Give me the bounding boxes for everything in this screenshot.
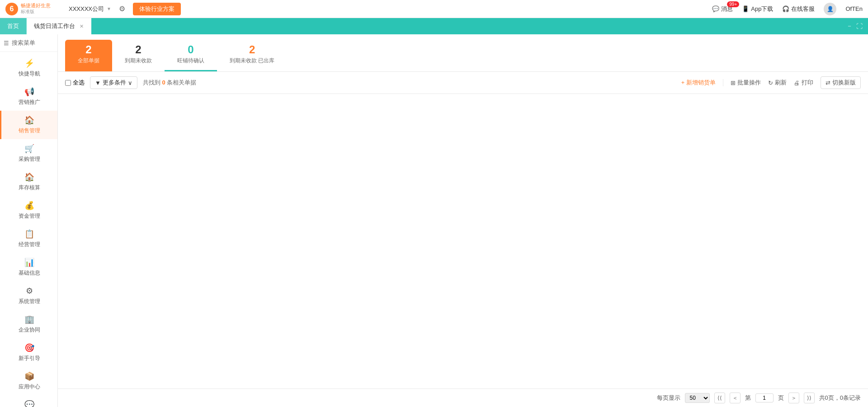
shipped-label: 到期未收款 已出库	[230, 57, 274, 65]
user-name[interactable]: OfTEn	[845, 5, 863, 12]
app-download-label: App下载	[751, 5, 773, 13]
stats-tabs: 2 全部单据 2 到期未收款 0 旺铺待确认 2 到期未收款 已出库	[58, 34, 868, 72]
inventory-icon: 🏠	[24, 172, 34, 182]
tab-workbench[interactable]: 钱货日清工作台 ✕	[27, 18, 91, 34]
top-header: 6 畅捷通好生意 标准版 XXXXXX公司 ▼ ⚙ 体验行业方案 💬 消息 99…	[0, 0, 868, 18]
tab-home[interactable]: 首页	[0, 18, 27, 34]
service-label: 在线客服	[791, 5, 815, 13]
found-count: 0	[162, 79, 165, 86]
sidebar-item-finance[interactable]: 💰 资金管理	[0, 196, 57, 225]
enterprise-icon: 🏢	[24, 314, 34, 324]
table-area	[58, 94, 868, 388]
tab-bar: 首页 钱货日清工作台 ✕ － ⛶	[0, 18, 868, 34]
system-label: 系统管理	[19, 298, 40, 305]
company-selector[interactable]: XXXXXX公司 ▼	[69, 5, 111, 13]
sidebar-item-inventory[interactable]: 🏠 库存核算	[0, 168, 57, 196]
filter-button[interactable]: ▼ 更多条件 ∨	[90, 76, 137, 89]
refresh-label: 刷新	[775, 79, 787, 87]
stat-tab-pending[interactable]: 0 旺铺待确认	[165, 40, 217, 71]
chevron-icon: ∨	[128, 80, 132, 86]
sidebar-item-sales[interactable]: 🏠 销售管理	[0, 111, 57, 139]
select-all-label: 全选	[73, 79, 85, 87]
sidebar-item-marketing[interactable]: 📢 营销推广	[0, 82, 57, 111]
logo-text-area: 畅捷通好生意 标准版	[21, 3, 51, 15]
app-download-button[interactable]: 📱 App下载	[742, 5, 773, 13]
add-sales-order-button[interactable]: + 新增销货单	[681, 79, 716, 87]
toolbar: 全选 ▼ 更多条件 ∨ 共找到 0 条相关单据 + 新增销货单 ⊞ 批	[58, 72, 868, 94]
print-button[interactable]: 🖨 打印	[794, 79, 813, 87]
pagination-bar: 每页显示 50 20 100 ⟨⟨ ＜ 第 页 ＞ ⟩⟩ 共0页，0条记录	[58, 388, 868, 407]
minimize-icon[interactable]: －	[846, 22, 853, 30]
close-tab-icon[interactable]: ✕	[80, 23, 84, 29]
select-all-checkbox[interactable]: 全选	[65, 79, 85, 87]
try-industry-button[interactable]: 体验行业方案	[133, 3, 181, 15]
switch-icon: ⇄	[826, 80, 830, 86]
appstore-icon: 📦	[24, 371, 34, 381]
switch-label: 切换新版	[832, 79, 856, 87]
last-page-button[interactable]: ⟩⟩	[804, 393, 815, 403]
batch-operations-button[interactable]: ⊞ 批量操作	[731, 79, 761, 87]
stat-tab-overdue[interactable]: 2 到期未收款	[112, 40, 165, 71]
settings-button[interactable]: ⚙	[116, 3, 128, 15]
filter-label: 更多条件	[103, 79, 126, 87]
operations-label: 经营管理	[19, 241, 40, 248]
sidebar-item-purchase[interactable]: 🛒 采购管理	[0, 139, 57, 168]
message-icon: 💬	[712, 5, 719, 12]
sidebar-item-wechat[interactable]: 💬 企业微信	[0, 395, 57, 407]
chevron-down-icon: ▼	[107, 6, 111, 11]
tab-bar-actions: － ⛶	[841, 18, 868, 34]
sidebar-item-system[interactable]: ⚙ 系统管理	[0, 281, 57, 310]
company-name: XXXXXX公司	[69, 5, 104, 13]
batch-icon: ⊞	[731, 80, 736, 86]
print-label: 打印	[802, 79, 813, 87]
sidebar-item-appstore[interactable]: 📦 应用中心	[0, 367, 57, 395]
stat-tab-shipped[interactable]: 2 到期未收款 已出库	[217, 40, 287, 71]
page-unit: 页	[778, 394, 784, 402]
online-service-button[interactable]: 🎧 在线客服	[782, 5, 815, 13]
sales-icon: 🏠	[24, 115, 34, 125]
system-icon: ⚙	[26, 286, 33, 296]
first-page-button[interactable]: ⟨⟨	[714, 393, 725, 403]
prev-page-button[interactable]: ＜	[730, 393, 741, 403]
page-input[interactable]	[755, 393, 774, 402]
select-all-input[interactable]	[65, 80, 71, 86]
pending-label: 旺铺待确认	[177, 57, 204, 65]
overdue-count: 2	[135, 43, 141, 56]
toolbar-right: + 新增销货单 ⊞ 批量操作 ↻ 刷新 🖨 打印 ⇄ 切换新版	[681, 76, 861, 89]
maximize-icon[interactable]: ⛶	[856, 23, 863, 30]
overdue-label: 到期未收款	[125, 57, 152, 65]
stat-tab-all[interactable]: 2 全部单据	[65, 40, 112, 71]
per-page-label: 每页显示	[657, 394, 680, 402]
marketing-icon: 📢	[24, 87, 34, 97]
marketing-label: 营销推广	[19, 98, 40, 106]
sidebar: ☰ 搜索菜单 ⚡ 快捷导航 📢 营销推广 🏠 销售管理 🛒 采购管理 🏠	[0, 34, 58, 407]
sidebar-item-quick-nav[interactable]: ⚡ 快捷导航	[0, 54, 57, 82]
enterprise-label: 企业协同	[19, 326, 40, 334]
batch-label: 批量操作	[737, 79, 761, 87]
logo-icon: 6	[5, 3, 18, 15]
sidebar-item-enterprise[interactable]: 🏢 企业协同	[0, 310, 57, 338]
header-right: 💬 消息 99+ 📱 App下载 🎧 在线客服 👤 OfTEn	[712, 3, 863, 15]
message-button[interactable]: 💬 消息 99+	[712, 5, 733, 13]
shipped-count: 2	[249, 43, 255, 56]
next-page-button[interactable]: ＞	[788, 393, 799, 403]
sidebar-nav-top: ⚡ 快捷导航 📢 营销推广 🏠 销售管理 🛒 采购管理 🏠 库存核算 💰	[0, 52, 57, 407]
search-menu-label: 搜索菜单	[12, 39, 35, 47]
search-menu[interactable]: ☰ 搜索菜单	[0, 34, 57, 52]
page-label: 第	[745, 394, 751, 402]
basic-label: 基础信息	[19, 269, 40, 277]
app-badge: 标准版	[21, 9, 51, 15]
finance-icon: 💰	[24, 201, 34, 211]
print-icon: 🖨	[794, 80, 800, 86]
found-suffix: 条相关单据	[167, 79, 196, 86]
sidebar-item-newbie[interactable]: 🎯 新手引导	[0, 338, 57, 367]
switch-new-version-button[interactable]: ⇄ 切换新版	[821, 76, 861, 89]
search-icon: ☰	[4, 40, 9, 47]
refresh-icon: ↻	[768, 80, 773, 86]
appstore-label: 应用中心	[19, 383, 40, 391]
sidebar-item-operations[interactable]: 📋 经营管理	[0, 225, 57, 253]
refresh-button[interactable]: ↻ 刷新	[768, 79, 787, 87]
workbench-tab-label: 钱货日清工作台	[34, 22, 75, 30]
sidebar-item-basic[interactable]: 📊 基础信息	[0, 253, 57, 281]
per-page-select[interactable]: 50 20 100	[685, 393, 710, 403]
